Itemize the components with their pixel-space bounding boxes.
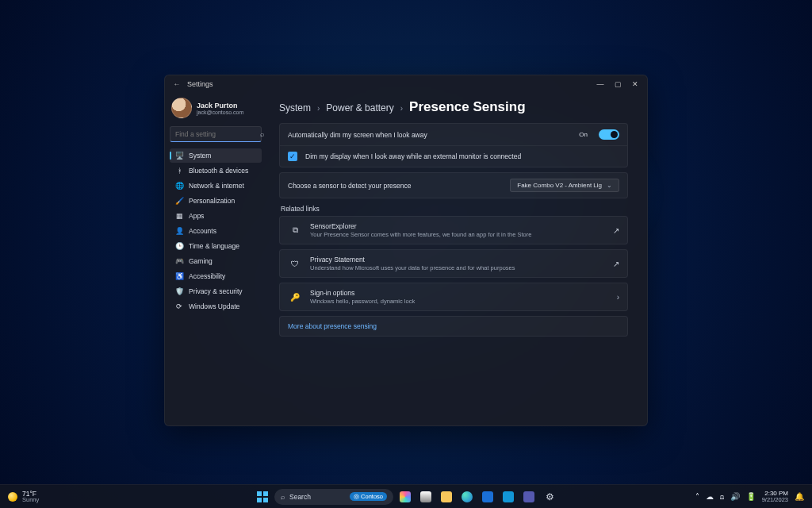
nav-label: Bluetooth & devices <box>189 167 248 175</box>
sidebar-item-personalization[interactable]: 🖌️Personalization <box>170 194 262 208</box>
related-link-sub: Your Presence Sensor comes with more fea… <box>310 231 605 238</box>
chevron-right-icon: › <box>400 104 403 113</box>
nav-label: Time & language <box>189 242 239 250</box>
related-link-sub: Understand how Microsoft uses your data … <box>310 264 605 271</box>
sidebar-item-gaming[interactable]: 🎮Gaming <box>170 254 262 268</box>
related-link-card: 🛡Privacy StatementUnderstand how Microso… <box>279 249 628 278</box>
taskbar-search-placeholder: Search <box>289 493 311 501</box>
explorer-icon[interactable] <box>438 488 455 506</box>
related-link[interactable]: 🔑Sign-in optionsWindows hello, password,… <box>280 283 627 310</box>
nav-label: Personalization <box>189 197 235 205</box>
teams-icon[interactable] <box>520 488 538 506</box>
settings-search-input[interactable] <box>175 130 260 138</box>
auto-dim-toggle[interactable] <box>599 129 619 140</box>
svg-rect-3 <box>263 498 268 502</box>
nav-label: Gaming <box>189 257 213 265</box>
search-icon: ⌕ <box>260 130 264 138</box>
edge-icon[interactable] <box>458 488 476 506</box>
more-about-link[interactable]: More about presence sensing <box>288 322 377 330</box>
clock-date: 9/21/2023 <box>762 497 788 503</box>
sidebar-nav: 🖥️SystemᚼBluetooth & devices🌐Network & i… <box>170 148 262 314</box>
start-button[interactable] <box>254 488 271 506</box>
weather-desc: Sunny <box>22 497 39 503</box>
dim-external-label: Dim my display when I look away while an… <box>305 152 619 160</box>
nav-icon: 🖥️ <box>174 152 184 160</box>
sidebar-item-network-internet[interactable]: 🌐Network & internet <box>170 179 262 193</box>
chevron-right-icon: › <box>317 104 320 113</box>
nav-icon: 👤 <box>174 227 184 235</box>
related-link[interactable]: ⧉SensorExplorerYour Presence Sensor come… <box>280 217 627 244</box>
window-titlebar: ← Settings — ▢ ✕ <box>165 75 647 93</box>
related-link-card: 🔑Sign-in optionsWindows hello, password,… <box>279 283 628 311</box>
settings-icon[interactable]: ⚙ <box>541 488 558 506</box>
related-link-title: Sign-in options <box>310 289 609 297</box>
nav-icon: 🌐 <box>174 182 184 190</box>
settings-window: ← Settings — ▢ ✕ Jack Purton jack@contos… <box>164 75 648 426</box>
settings-search[interactable]: ⌕ <box>170 126 262 142</box>
sensor-dropdown[interactable]: Fake Combo V2 - Ambient Lig ⌄ <box>510 179 619 192</box>
sidebar-item-accessibility[interactable]: ♿Accessibility <box>170 269 262 283</box>
nav-icon: 🎮 <box>174 257 184 265</box>
wifi-icon[interactable]: ⩍ <box>720 492 724 501</box>
more-card: More about presence sensing <box>279 316 628 337</box>
nav-label: Network & internet <box>189 182 244 190</box>
user-email: jack@contoso.com <box>197 110 243 115</box>
nav-icon: 🕒 <box>174 242 184 250</box>
weather-icon <box>8 492 17 502</box>
related-link-icon: ⧉ <box>288 223 302 237</box>
auto-dim-label: Automatically dim my screen when I look … <box>288 131 571 139</box>
notifications-icon[interactable]: 🔔 <box>795 492 804 501</box>
onedrive-icon[interactable]: ☁ <box>706 492 714 501</box>
maximize-button[interactable]: ▢ <box>609 75 626 93</box>
store-icon[interactable] <box>479 488 496 506</box>
breadcrumb-power[interactable]: Power & battery <box>326 102 393 114</box>
minimize-button[interactable]: — <box>592 75 609 93</box>
main-panel: System › Power & battery › Presence Sens… <box>266 93 647 425</box>
sidebar-item-bluetooth-devices[interactable]: ᚼBluetooth & devices <box>170 164 262 178</box>
open-external-icon: ↗ <box>613 260 619 268</box>
nav-icon: ᚼ <box>174 167 184 175</box>
sidebar-item-system[interactable]: 🖥️System <box>170 148 262 163</box>
related-heading: Related links <box>281 205 628 213</box>
mail-icon[interactable] <box>500 488 517 506</box>
breadcrumb: System › Power & battery › Presence Sens… <box>279 99 628 115</box>
related-link[interactable]: 🛡Privacy StatementUnderstand how Microso… <box>280 250 627 277</box>
svg-rect-0 <box>257 491 262 496</box>
sidebar-item-accounts[interactable]: 👤Accounts <box>170 224 262 238</box>
system-tray: ˄ ☁ ⩍ 🔊 🔋 2:30 PM 9/21/2023 🔔 <box>688 491 812 503</box>
nav-label: Accounts <box>189 227 216 235</box>
battery-icon[interactable]: 🔋 <box>746 492 756 501</box>
sensor-label: Choose a sensor to detect your presence <box>288 182 502 190</box>
avatar <box>171 98 192 118</box>
sidebar-item-apps[interactable]: ▦Apps <box>170 209 262 223</box>
clock[interactable]: 2:30 PM 9/21/2023 <box>762 491 788 503</box>
related-link-icon: 🛡 <box>288 256 302 271</box>
copilot-icon[interactable] <box>396 488 414 506</box>
tray-overflow-icon[interactable]: ˄ <box>695 492 699 501</box>
related-link-title: SensorExplorer <box>310 222 605 230</box>
search-badge: ◎ Contoso <box>350 492 387 501</box>
task-view-icon[interactable] <box>417 488 435 506</box>
sidebar-item-privacy-security[interactable]: 🛡️Privacy & security <box>170 284 262 298</box>
user-block[interactable]: Jack Purton jack@contoso.com <box>170 96 262 123</box>
taskbar-center: ⌕ Search ◎ Contoso ⚙ <box>254 488 558 506</box>
sidebar-item-windows-update[interactable]: ⟳Windows Update <box>170 299 262 314</box>
breadcrumb-system[interactable]: System <box>279 102 311 114</box>
close-button[interactable]: ✕ <box>626 75 644 93</box>
sidebar-item-time-language[interactable]: 🕒Time & language <box>170 239 262 253</box>
auto-dim-state: On <box>579 131 588 138</box>
related-link-icon: 🔑 <box>288 290 302 304</box>
open-external-icon: ↗ <box>613 226 619 235</box>
nav-label: Apps <box>189 212 204 220</box>
search-icon: ⌕ <box>281 493 285 501</box>
chevron-down-icon: ⌄ <box>607 182 612 189</box>
taskbar-search[interactable]: ⌕ Search ◎ Contoso <box>274 489 393 505</box>
window-title: Settings <box>187 80 213 88</box>
related-link-sub: Windows hello, password, dynamic lock <box>310 298 609 305</box>
weather-widget[interactable]: 71°F Sunny <box>0 491 47 503</box>
dim-external-checkbox[interactable]: ✓ <box>288 152 297 161</box>
nav-label: System <box>189 152 211 160</box>
volume-icon[interactable]: 🔊 <box>730 492 740 501</box>
nav-label: Accessibility <box>189 272 225 280</box>
back-button[interactable]: ← <box>171 80 182 88</box>
